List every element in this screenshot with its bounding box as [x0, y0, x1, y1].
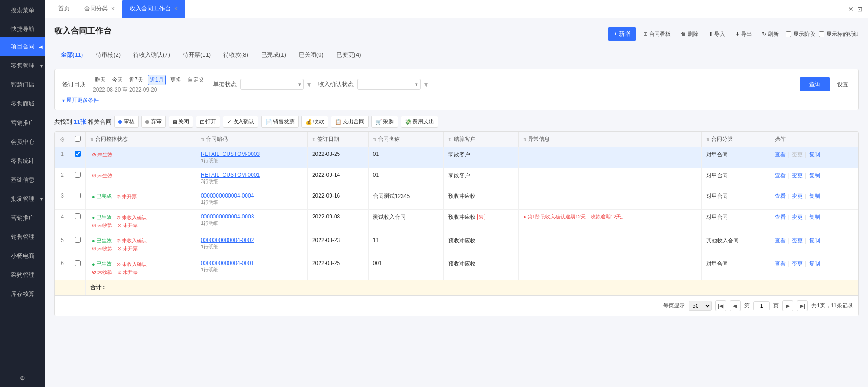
export-button[interactable]: ⬇ 导出: [732, 29, 755, 40]
page-input[interactable]: [753, 301, 770, 310]
last-page-button[interactable]: ▶|: [797, 300, 808, 311]
date-btn-more[interactable]: 更多: [169, 75, 183, 85]
sidebar-item-wholesale[interactable]: 批发管理 ▾: [0, 189, 45, 208]
change-button[interactable]: 变更: [792, 237, 803, 244]
sidebar-item-purchase[interactable]: 采购管理: [0, 266, 45, 285]
sidebar-quicknav[interactable]: 快捷导航: [0, 21, 45, 37]
sidebar-item-marketing[interactable]: 营销推广: [0, 113, 45, 132]
close-contract-button[interactable]: ⊠ 关闭: [169, 116, 193, 128]
view-button[interactable]: 查看: [775, 261, 786, 267]
abandon-button[interactable]: 弃审: [141, 116, 166, 128]
copy-button[interactable]: 复制: [809, 237, 820, 244]
sales-invoice-button[interactable]: 📄 销售发票: [261, 116, 299, 128]
tab-income-workbench[interactable]: 收入合同工作台 ✕: [122, 0, 185, 18]
filter-tab-changed[interactable]: 已变更(4): [330, 47, 368, 63]
sort-icon[interactable]: ⇅: [201, 137, 204, 142]
sidebar-item-xiaochang[interactable]: 小畅电商: [0, 247, 45, 266]
table-settings-icon[interactable]: ⚙: [59, 136, 65, 143]
next-page-button[interactable]: ▶: [782, 300, 793, 311]
sidebar-item-retail-stats[interactable]: 零售统计: [0, 151, 45, 170]
tab-contract-category-close[interactable]: ✕: [111, 5, 115, 12]
filter-tab-pending-audit[interactable]: 待审核(2): [89, 47, 127, 63]
doc-status-select[interactable]: [240, 79, 304, 90]
new-button[interactable]: + 新增: [608, 27, 636, 41]
sidebar-item-marketing2[interactable]: 营销推广: [0, 208, 45, 227]
filter-tab-closed[interactable]: 已关闭(0): [292, 47, 330, 63]
expense-out-button[interactable]: 📋 支出合同: [331, 116, 369, 128]
sidebar-item-project[interactable]: 项目合同 ◀: [0, 37, 45, 56]
date-btn-yesterday[interactable]: 昨天: [93, 75, 107, 85]
contract-code-link[interactable]: 0000000000004-0004: [201, 193, 303, 199]
expand-conditions-button[interactable]: ▾ 展开更多条件: [62, 97, 851, 104]
contract-code-link[interactable]: 0000000000004-0002: [201, 237, 303, 243]
filter-tab-pending-payment[interactable]: 待收款(8): [217, 47, 255, 63]
sort-icon[interactable]: ⇅: [448, 137, 452, 142]
open-contract-button[interactable]: ⊡ 打开: [196, 116, 220, 128]
sidebar-item-member[interactable]: 会员中心: [0, 132, 45, 151]
payment-button[interactable]: 💰 收款: [301, 116, 328, 128]
sidebar-item-base-info[interactable]: 基础信息: [0, 170, 45, 189]
audit-button[interactable]: 审核: [114, 116, 139, 128]
filter-tab-pending-invoice[interactable]: 待开票(11): [176, 47, 217, 63]
tab-home[interactable]: 首页: [51, 0, 77, 18]
tab-contract-category[interactable]: 合同分类 ✕: [77, 0, 122, 18]
contract-board-button[interactable]: ⊞ 合同看板: [640, 29, 674, 40]
income-confirm-select[interactable]: [357, 79, 421, 90]
first-page-button[interactable]: |◀: [715, 300, 726, 311]
filter-tab-completed[interactable]: 已完成(1): [255, 47, 292, 63]
copy-button[interactable]: 复制: [809, 151, 820, 158]
view-button[interactable]: 查看: [775, 172, 786, 179]
view-button[interactable]: 查看: [775, 193, 786, 199]
change-button[interactable]: 变更: [792, 151, 803, 158]
sidebar-item-stock[interactable]: 库存核算: [0, 285, 45, 304]
date-btn-custom[interactable]: 自定义: [186, 75, 206, 85]
copy-button[interactable]: 复制: [809, 193, 820, 199]
change-button[interactable]: 变更: [792, 172, 803, 179]
contract-code-link[interactable]: 0000000000004-0003: [201, 213, 303, 220]
copy-button[interactable]: 复制: [809, 214, 820, 220]
prev-page-button[interactable]: ◀: [730, 300, 741, 311]
sort-icon[interactable]: ⇅: [90, 137, 94, 142]
copy-button[interactable]: 复制: [809, 261, 820, 267]
sort-icon[interactable]: ⇅: [373, 137, 377, 142]
sidebar-item-smart-store[interactable]: 智慧门店: [0, 75, 45, 94]
tab-income-workbench-close[interactable]: ✕: [174, 5, 178, 12]
view-button[interactable]: 查看: [775, 214, 786, 220]
expense-button[interactable]: 💸 费用支出: [401, 116, 438, 128]
window-close-icon[interactable]: ✕: [848, 5, 853, 13]
date-btn-7days[interactable]: 近7天: [127, 75, 145, 85]
refresh-button[interactable]: ↻ 刷新: [759, 29, 782, 40]
change-button[interactable]: 变更: [792, 193, 803, 199]
import-button[interactable]: ⬆ 导入: [705, 29, 728, 40]
filter-tab-pending-income-confirm[interactable]: 待收入确认(7): [127, 47, 176, 63]
select-all-checkbox[interactable]: [75, 136, 81, 142]
change-button[interactable]: 变更: [792, 261, 803, 267]
sort-icon[interactable]: ⇅: [312, 137, 316, 142]
delete-button[interactable]: 🗑 删除: [678, 29, 702, 40]
page-size-select[interactable]: 10 20 50 100: [689, 301, 712, 311]
contract-code-link[interactable]: RETAIL_CUSTOM-0003: [201, 151, 303, 157]
sidebar-search[interactable]: 搜索菜单: [0, 0, 45, 21]
sidebar-settings[interactable]: ⚙: [0, 369, 45, 387]
change-button[interactable]: 变更: [792, 214, 803, 220]
filter-tab-all[interactable]: 全部(11): [54, 47, 89, 63]
settings-button[interactable]: 设置: [834, 77, 851, 91]
copy-button[interactable]: 复制: [809, 172, 820, 179]
contract-code-link[interactable]: RETAIL_CUSTOM-0001: [201, 172, 303, 178]
date-btn-today[interactable]: 今天: [110, 75, 125, 85]
sidebar-item-retail[interactable]: 零售管理 ▾: [0, 56, 45, 75]
view-button[interactable]: 查看: [775, 237, 786, 244]
show-fields-checkbox[interactable]: 显示阶段: [786, 30, 815, 38]
window-maximize-icon[interactable]: ⊡: [857, 5, 863, 13]
sort-icon[interactable]: ⇅: [523, 137, 527, 142]
sidebar-item-sales[interactable]: 销售管理: [0, 227, 45, 247]
sort-icon[interactable]: ⇅: [706, 137, 710, 142]
sidebar-item-retail-mall[interactable]: 零售商城: [0, 94, 45, 113]
query-button[interactable]: 查询: [800, 77, 830, 91]
show-marks-checkbox[interactable]: 显示标的明细: [819, 30, 859, 38]
purchase-button[interactable]: 🛒 采购: [371, 116, 398, 128]
contract-code-link[interactable]: 0000000000004-0001: [201, 260, 303, 266]
date-btn-1month[interactable]: 近1月: [148, 75, 166, 85]
view-button[interactable]: 查看: [775, 151, 786, 158]
income-confirm-button[interactable]: ✓ 收入确认: [223, 116, 258, 128]
